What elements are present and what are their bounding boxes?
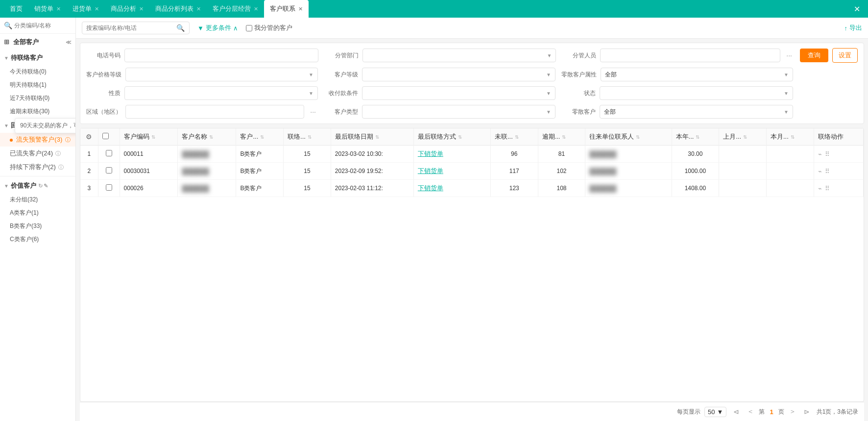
sidebar-section-pending-title[interactable]: ▼ 待联络客户 xyxy=(0,50,75,65)
td-name-blurred-1: ██████ xyxy=(182,168,209,175)
search-input[interactable] xyxy=(86,25,174,31)
sidebar-collapse-icon[interactable]: ≪ xyxy=(66,39,72,46)
page-next-btn[interactable]: ＞ xyxy=(786,406,799,417)
sidebar-section-value-title[interactable]: ▼ 价值客户 ↻ ✎ xyxy=(0,178,75,193)
filter-input-region[interactable] xyxy=(125,105,304,119)
filter-select-level[interactable]: ▼ xyxy=(362,68,555,81)
th-this-year[interactable]: 本年...⇅ xyxy=(672,128,719,146)
filter-select-nature[interactable]: ▼ xyxy=(124,86,318,100)
th-settings[interactable]: ⚙ xyxy=(80,128,98,146)
sidebar-item-tomorrow[interactable]: 明天待联络(1) xyxy=(0,78,75,92)
nav-tab-analysis-close[interactable]: ✕ xyxy=(139,6,144,12)
row-checkbox-0[interactable] xyxy=(106,150,112,156)
filter-scatter-cust-value: 全部 xyxy=(604,108,616,116)
page-first-btn[interactable]: ⊲ xyxy=(730,407,742,417)
nav-tab-salesorder[interactable]: 销货单 ✕ xyxy=(28,0,67,18)
th-contact[interactable]: 联络...⇅ xyxy=(284,128,331,146)
per-page-select[interactable]: 50 ▼ xyxy=(704,407,726,417)
sidebar-search-box[interactable]: 🔍 xyxy=(0,18,75,34)
td-last-contact-way-2[interactable]: 下销货单 xyxy=(413,180,490,197)
pagination: 每页显示 50 ▼ ⊲ ＜ 第 1 页 ＞ ⊳ 共1页，3条记录 xyxy=(80,402,864,421)
nav-home[interactable]: 首页 xyxy=(4,0,28,18)
th-this-month[interactable]: 本月...⇅ xyxy=(766,128,814,146)
th-last-contact-date[interactable]: 最后联络日期⇅ xyxy=(331,128,413,146)
th-unlink-days[interactable]: 未联...⇅ xyxy=(490,128,538,146)
filter-select-customer-type[interactable]: ▼ xyxy=(362,105,555,119)
row-checkbox-2[interactable] xyxy=(106,184,112,191)
select-all-checkbox[interactable] xyxy=(102,133,109,139)
filter-select-scatter-cust[interactable]: 全部 ▼ xyxy=(600,105,793,119)
filter-btn[interactable]: ▼ 更多条件 ∧ xyxy=(193,22,242,34)
sidebar-item-overdue[interactable]: 逾期未联络(30) xyxy=(0,105,75,118)
td-link-0[interactable]: 下销货单 xyxy=(418,150,443,157)
sidebar-item-today[interactable]: 今天待联络(0) xyxy=(0,65,75,78)
nav-tab-purchase-close[interactable]: ✕ xyxy=(95,6,99,12)
action-link-icon-0[interactable]: ⌁ xyxy=(818,150,822,158)
sidebar-item-churned[interactable]: 已流失客户(24) ⓘ xyxy=(0,147,75,160)
filter-select-payment[interactable]: ▼ xyxy=(362,86,555,100)
th-overdue[interactable]: 逾期...⇅ xyxy=(538,128,585,146)
th-last-contact-way[interactable]: 最后联络方式⇅ xyxy=(413,128,490,146)
filter-region-dots[interactable]: ··· xyxy=(308,108,318,116)
my-customers-checkbox-label[interactable]: 我分管的客户 xyxy=(246,24,292,32)
th-checkbox[interactable] xyxy=(98,128,120,146)
sidebar-item-declining[interactable]: 持续下滑客户(2) ⓘ xyxy=(0,160,75,174)
action-link-icon-2[interactable]: ⌁ xyxy=(818,185,822,192)
sidebar-all-customers[interactable]: ⊞ 全部客户 ≪ xyxy=(0,34,75,50)
th-unit-contact[interactable]: 往来单位联系人⇅ xyxy=(585,128,672,146)
th-last-month[interactable]: 上月...⇅ xyxy=(719,128,767,146)
nav-tab-customercontact[interactable]: 客户联系 ✕ xyxy=(264,0,309,18)
nav-tab-salesorder-close[interactable]: ✕ xyxy=(56,6,61,12)
value-edit-icon[interactable]: ↻ xyxy=(38,183,43,189)
filter-person-dots[interactable]: ··· xyxy=(784,51,794,59)
nav-tab-customercontact-close[interactable]: ✕ xyxy=(298,6,303,12)
nav-tab-analysislist[interactable]: 商品分析列表 ✕ xyxy=(149,0,207,18)
page-prev-btn[interactable]: ＜ xyxy=(744,406,757,417)
sidebar-item-ungrouped[interactable]: 未分组(32) xyxy=(0,193,75,206)
nav-tab-purchase[interactable]: 进货单 ✕ xyxy=(67,0,105,18)
filter-select-price-level[interactable]: ▼ xyxy=(125,68,318,81)
filter-select-status[interactable]: ▼ xyxy=(600,86,793,100)
search-box[interactable]: 🔍 xyxy=(82,22,190,34)
action-more-icon-1[interactable]: ⠿ xyxy=(825,168,830,175)
td-checkbox-2[interactable] xyxy=(98,180,120,197)
nav-tab-analysis[interactable]: 商品分析 ✕ xyxy=(105,0,149,18)
sidebar-item-b-class[interactable]: B类客户(33) xyxy=(0,220,75,233)
value-settings-icon[interactable]: ✎ xyxy=(44,183,48,189)
filter-input-phone[interactable] xyxy=(124,49,318,62)
th-name[interactable]: 客户名称⇅ xyxy=(178,128,236,146)
th-type[interactable]: 客户...⇅ xyxy=(236,128,284,146)
nav-tab-customerlayer-close[interactable]: ✕ xyxy=(254,6,258,12)
td-last-contact-way-1[interactable]: 下销货单 xyxy=(413,163,490,180)
action-more-icon-2[interactable]: ⠿ xyxy=(825,185,830,192)
td-overdue-0: 81 xyxy=(538,146,585,163)
settings-button[interactable]: 设置 xyxy=(832,48,858,63)
gear-icon[interactable]: ⚙ xyxy=(86,133,92,141)
td-link-2[interactable]: 下销货单 xyxy=(418,184,443,192)
filter-input-person[interactable] xyxy=(600,49,780,62)
td-link-1[interactable]: 下销货单 xyxy=(418,167,443,174)
th-code[interactable]: 客户编码⇅ xyxy=(120,128,178,146)
nav-close-button[interactable]: ✕ xyxy=(850,4,864,14)
page-last-btn[interactable]: ⊳ xyxy=(801,407,813,417)
sidebar-item-7days[interactable]: 近7天待联络(0) xyxy=(0,92,75,105)
td-last-contact-way-0[interactable]: 下销货单 xyxy=(413,146,490,163)
my-customers-checkbox[interactable] xyxy=(246,25,252,31)
nav-tab-analysislist-close[interactable]: ✕ xyxy=(196,6,201,12)
action-more-icon-0[interactable]: ⠿ xyxy=(825,150,830,158)
sidebar-item-c-class[interactable]: C类客户(6) xyxy=(0,233,75,246)
sidebar-search-input[interactable] xyxy=(14,22,76,29)
sidebar-item-a-class[interactable]: A类客户(1) xyxy=(0,206,75,220)
action-link-icon-1[interactable]: ⌁ xyxy=(818,168,822,175)
filter-select-dept[interactable]: ▼ xyxy=(362,49,556,62)
export-btn[interactable]: ↑ 导出 xyxy=(844,24,863,32)
nav-tab-customerlayer[interactable]: 客户分层经营 ✕ xyxy=(207,0,264,18)
td-checkbox-0[interactable] xyxy=(98,146,120,163)
sidebar-item-churn-warning[interactable]: 流失预警客户(3) ⓘ xyxy=(0,133,75,147)
td-checkbox-1[interactable] xyxy=(98,163,120,180)
filter-label-person: 分管人员 xyxy=(562,51,596,60)
query-button[interactable]: 查询 xyxy=(800,49,828,62)
row-checkbox-1[interactable] xyxy=(106,167,112,173)
search-button-icon[interactable]: 🔍 xyxy=(176,24,185,32)
filter-select-scatter-attr[interactable]: 全部 ▼ xyxy=(601,68,793,81)
